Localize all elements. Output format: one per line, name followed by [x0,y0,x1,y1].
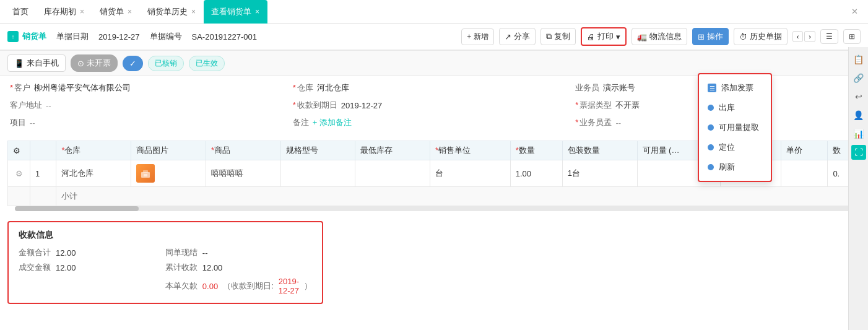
ship-out-icon [708,105,714,111]
pending-invoice-btn[interactable]: ⊙ 未开票 [71,54,118,72]
salesperson-label: *业务员孟 [575,117,612,128]
truck-icon: 🚛 [637,32,647,41]
svg-rect-1 [143,170,148,173]
tab-sales-history[interactable]: 销货单历史 × [140,0,204,24]
sidebar-icon-5[interactable]: ⛶ [851,145,866,160]
right-sidebar: 📋 🔗 ↩ 👤 📊 ⛶ [848,47,868,330]
new-btn[interactable]: + 新增 [461,28,493,45]
staff-label: 业务员 [575,82,599,93]
warehouse-field: *仓库 河北仓库 [293,82,576,93]
row-unit-price [781,160,828,187]
row-package-qty: 1台 [562,160,637,187]
tab-inventory-init-close[interactable]: × [80,7,84,16]
due-note: （收款到期日: [223,280,274,292]
summary-section: 收款信息 金额合计 12.00 同单现结 -- 成交金额 12.00 累计收款 … [7,221,323,304]
tab-sales-order-close[interactable]: × [128,7,132,16]
total-amount-row: 金额合计 12.00 [19,247,165,258]
summary-grid: 金额合计 12.00 同单现结 -- 成交金额 12.00 累计收款 12.00… [19,247,312,295]
pending-icon: ⊙ [77,59,84,68]
project-label: 项目 [10,117,26,128]
share-btn[interactable]: ↗ 分享 [499,28,536,45]
toolbar-row: 📱 来自手机 ⊙ 未开票 ✓ 已核销 已生效 [0,50,868,76]
tab-inventory-init[interactable]: 库存期初 × [37,0,92,24]
add-invoice-item[interactable]: ☰ 添加发票 [699,78,771,98]
row-no: 1 [30,160,56,187]
staff-value: 演示账号 [603,82,635,93]
quantity-extract-icon [708,124,714,131]
sidebar-icon-4[interactable]: 📊 [851,126,866,141]
same-order-label: 同单现结 [165,247,197,258]
doc-date-value: 2019-12-27 [98,32,140,41]
sidebar-icon-0[interactable]: 📋 [851,52,866,67]
doc-number-value: SA-20191227-001 [192,32,258,41]
window-close-btn[interactable]: ✕ [846,7,863,16]
salesperson-value: -- [615,118,621,128]
sidebar-icon-1[interactable]: 🔗 [851,71,866,85]
row-sales-unit: 台 [430,160,511,187]
history-btn[interactable]: ⏱ 历史单据 [734,28,788,45]
deal-amount-label: 成交金额 [19,262,51,273]
locate-icon [708,144,714,150]
due-close: ） [304,280,312,292]
print-dropdown-arrow: ▾ [616,32,620,41]
cumulative-label: 累计收款 [165,262,197,273]
copy-icon: ⧉ [546,32,552,41]
due-date-label: *收款到期日 [293,100,337,111]
col-quantity: *数量 [510,141,562,160]
sidebar-icon-3[interactable]: 👤 [851,108,866,123]
customer-field: *客户 柳州粤港平安气体有限公司 [10,82,293,93]
same-order-row: 同单现结 -- [165,247,312,258]
share-icon: ↗ [505,32,511,41]
quantity-extract-item[interactable]: 可用量提取 [699,118,771,137]
col-product-img: 商品图片 [131,141,206,160]
print-btn[interactable]: 🖨 打印 ▾ [581,27,627,46]
from-phone-btn[interactable]: 📱 来自手机 [7,54,66,72]
due-amount-row: 本单欠款 0.00 （收款到期日: 2019-12-27 ） [165,277,312,295]
tab-sales-order[interactable]: 销货单 × [92,0,140,24]
product-thumbnail [136,164,155,183]
col-no [30,141,56,160]
col-sales-unit: *销售单位 [430,141,511,160]
address-field: 客户地址 -- [10,100,293,111]
ship-out-item[interactable]: 出库 [699,98,771,118]
note-label: 备注 [293,117,309,128]
copy-btn[interactable]: ⧉ 复制 [540,28,576,45]
view-list-btn[interactable]: ☰ [820,29,838,44]
col-unit-price: 单价 [781,141,828,160]
view-grid-btn[interactable]: ⊞ [843,29,861,44]
locate-item[interactable]: 定位 [699,137,771,157]
grid-icon: ⊞ [698,32,705,41]
row-quantity: 1.00 [510,160,562,187]
tab-bar: 首页 库存期初 × 销货单 × 销货单历史 × 查看销货单 × ✕ [0,0,868,24]
refresh-item[interactable]: 刷新 [699,157,771,177]
tab-view-sales[interactable]: 查看销货单 × [204,0,267,24]
ticket-type-label: *票据类型 [575,100,612,111]
subtotal-row: 小计 [8,187,861,206]
operation-btn[interactable]: ⊞ 操作 [692,28,729,45]
tab-sales-history-close[interactable]: × [191,7,196,16]
logistics-btn[interactable]: 🚛 物流信息 [631,28,687,45]
row-product: 嘻嘻嘻嘻 [206,160,280,187]
project-value: -- [30,118,35,128]
scroll-thumb[interactable] [15,206,139,211]
due-date: 2019-12-27 [279,277,299,295]
status-sold-tag: 已核销 [148,56,184,71]
subtotal-label: 小计 [56,187,861,206]
tab-home[interactable]: 首页 [5,0,37,24]
doc-number-label: 单据编号 [150,31,182,42]
print-icon: 🖨 [587,32,595,41]
project-field: 项目 -- [10,117,293,128]
prev-btn[interactable]: ‹ [792,31,804,42]
next-btn[interactable]: › [804,31,815,42]
sidebar-icon-2[interactable]: ↩ [851,89,866,104]
total-amount-label: 金额合计 [19,247,51,258]
operation-dropdown: ☰ 添加发票 出库 可用量提取 定位 刷新 [698,73,772,182]
tab-view-sales-close[interactable]: × [255,7,259,16]
col-product: *商品 [206,141,280,160]
warehouse-label: *仓库 [293,82,313,93]
subtotal-gear [8,187,30,206]
horizontal-scrollbar[interactable] [15,206,853,211]
add-note-btn[interactable]: + 添加备注 [313,117,352,128]
cumulative-value: 12.00 [202,263,223,272]
confirmed-btn[interactable]: ✓ [123,56,143,71]
